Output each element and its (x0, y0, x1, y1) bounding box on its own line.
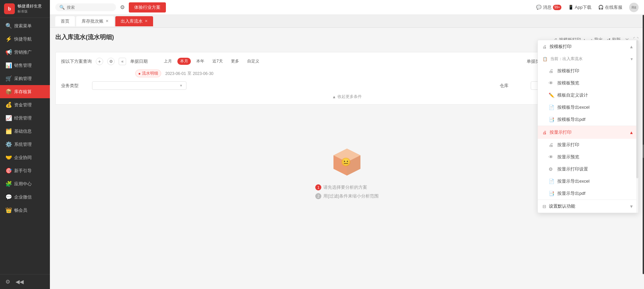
display-export-excel-item[interactable]: 📄 按显示导出excel (538, 175, 638, 187)
filter-add-button[interactable]: + (96, 58, 103, 65)
current-template-arrow: ▼ (630, 57, 634, 61)
tab-flow-close-icon[interactable]: ✕ (145, 19, 148, 23)
tab-batch-account[interactable]: 库存批次账 ✕ (76, 16, 114, 26)
sidebar-item-wechat[interactable]: 💬 企业微信 (0, 190, 50, 204)
crown-icon: 👑 (5, 207, 11, 213)
online-service-button[interactable]: 🎧 在线客服 (598, 4, 622, 10)
set-default-header[interactable]: ⊟ 设置默认功能 ▼ (538, 200, 638, 213)
empty-tip-1: 1 请先选择要分析的方案 (315, 184, 378, 190)
sidebar-label-purchase: 采购管理 (14, 76, 32, 82)
sidebar-item-quick-nav[interactable]: ⚡ 快捷导航 (0, 32, 50, 46)
template-print-item-label: 按模板打印 (557, 68, 579, 74)
sidebar-label-wechat: 企业微信 (14, 194, 32, 200)
date-from: 2023-06-01 (165, 71, 186, 76)
pdf-item-icon: 📑 (549, 117, 555, 122)
tip-number-1: 1 (315, 184, 321, 190)
current-template: 📋 当前：出入库流水 ▼ (538, 53, 638, 65)
search-topbar-icon: 🔍 (59, 5, 65, 10)
sidebar-label-marketing: 营销推广 (14, 49, 32, 55)
business-type-arrow: ▼ (179, 84, 183, 87)
display-export-pdf-item[interactable]: 📑 按显示导出pdf (538, 187, 638, 200)
user-avatar-button[interactable]: Rit (629, 3, 639, 12)
tab-flow[interactable]: 出入库流水 ✕ (115, 16, 153, 26)
date-label: 单据日期 (130, 58, 157, 64)
collapse-sidebar-icon[interactable]: ◀◀ (16, 279, 24, 285)
business-type-value (96, 83, 97, 88)
sidebar-item-system[interactable]: ⚙️ 系统管理 (0, 138, 50, 151)
template-print-header[interactable]: 🖨 按模板打印 ▲ (538, 40, 638, 53)
design-item-icon: ✏️ (549, 93, 555, 98)
display-preview-item[interactable]: 👁 按显示预览 (538, 151, 638, 163)
collapse-more-conditions[interactable]: ▲ 收起更多条件 (332, 94, 362, 100)
sidebar-item-apps[interactable]: 🧩 应用中心 (0, 177, 50, 190)
print-item-icon: 🖨 (549, 68, 555, 74)
filter-section-title: 按以下方案查询 (61, 58, 92, 64)
sidebar-item-member[interactable]: 👑 畅会员 (0, 204, 50, 217)
date-preset-7days[interactable]: 近7天 (210, 58, 226, 65)
page-content: 出入库流水(流水明细) 🖨 按模板打印 ▲ ↑ 导出 ↺ 刷新 ✕ ⛶ (50, 28, 644, 289)
template-print-item[interactable]: 🖨 按模板打印 (538, 65, 638, 77)
sidebar-label-inventory: 库存核算 (14, 89, 32, 95)
sidebar-item-basic[interactable]: 🗂️ 基础信息 (0, 125, 50, 138)
template-export-excel-item[interactable]: 📄 按模板导出excel (538, 101, 638, 113)
collapse-label: 收起更多条件 (338, 94, 362, 100)
empty-illustration: 😐 (330, 145, 364, 179)
business-type-select[interactable]: ▼ (92, 81, 186, 90)
app-download-button[interactable]: 📱 App下载 (568, 4, 591, 10)
topbar-gear-icon[interactable]: ⚙ (120, 4, 125, 10)
sidebar-label-apps: 应用中心 (14, 181, 32, 187)
sidebar-item-marketing[interactable]: 📢 营销推广 (0, 46, 50, 59)
display-print-item[interactable]: 🖨 按显示打印 (538, 139, 638, 151)
sidebar-item-search[interactable]: 🔍 搜索菜单 (0, 19, 50, 32)
template-custom-design-item[interactable]: ✏️ 模板自定义设计 (538, 89, 638, 101)
app-logo: b 畅捷通好生意 标准版 (0, 0, 50, 18)
sidebar-item-inventory[interactable]: 📦 库存核算 (0, 85, 50, 98)
industry-solution-button[interactable]: 体验行业方案 (129, 2, 166, 12)
lightning-icon: ⚡ (5, 36, 11, 42)
sidebar-item-purchase[interactable]: 🛒 采购管理 (0, 72, 50, 85)
logo-icon: b (4, 3, 15, 14)
display-print-section: 🖨 按显示打印 ▲ 🖨 按显示打印 👁 按显示预览 ⚙ 按显示打印设置 (538, 126, 638, 200)
display-print-settings-item[interactable]: ⚙ 按显示打印设置 (538, 163, 638, 175)
display-settings-icon: ⚙ (549, 166, 555, 172)
message-button[interactable]: 💬 消息 99+ (536, 4, 561, 10)
sidebar-label-sales: 销售管理 (14, 62, 32, 69)
money-icon: 💰 (5, 102, 11, 108)
template-preview-item[interactable]: 👁 按模板预览 (538, 77, 638, 89)
message-label: 消息 (543, 4, 552, 10)
logo-text-block: 畅捷通好生意 标准版 (18, 4, 42, 14)
current-template-label: 当前：出入库流水 (550, 56, 583, 62)
display-pdf-icon: 📑 (549, 191, 555, 196)
settings-footer-icon[interactable]: ⚙ (5, 279, 10, 285)
date-preset-this-year[interactable]: 本年 (194, 58, 207, 65)
sidebar-nav: 🔍 搜索菜单 ⚡ 快捷导航 📢 营销推广 📊 销售管理 🛒 采购管理 📦 库存核… (0, 18, 50, 274)
topbar-search-box[interactable]: 🔍 (55, 3, 116, 11)
filter-settings-button[interactable]: ⚙ (107, 58, 115, 65)
display-print-label: 按显示打印 (557, 142, 579, 148)
tab-batch-close-icon[interactable]: ✕ (106, 19, 109, 23)
sidebar-item-enterprise[interactable]: 🤝 企业协同 (0, 151, 50, 164)
message-icon: 💬 (536, 5, 541, 10)
date-preset-this-month[interactable]: 本月 (177, 58, 191, 65)
date-preset-custom[interactable]: 自定义 (244, 58, 262, 65)
template-export-pdf-item[interactable]: 📑 按模板导出pdf (538, 113, 638, 126)
print-dropdown-panel: 🖨 按模板打印 ▲ 📋 当前：出入库流水 ▼ 🖨 按模板打印 👁 (537, 40, 639, 213)
template-excel-label: 按模板导出excel (557, 104, 589, 110)
tab-home[interactable]: 首页 (55, 16, 75, 26)
date-preset-last-month[interactable]: 上月 (161, 58, 175, 65)
date-preset-more[interactable]: 更多 (228, 58, 242, 65)
gear-icon: ⚙️ (5, 141, 11, 148)
display-print-header[interactable]: 🖨 按显示打印 ▲ (538, 126, 638, 139)
search-input[interactable] (67, 5, 112, 10)
sidebar-label-enterprise: 企业协同 (14, 155, 32, 161)
sidebar-item-guide[interactable]: 🎯 新手引导 (0, 164, 50, 177)
tab-batch-label: 库存批次账 (82, 18, 104, 24)
sidebar-item-finance[interactable]: 💰 资金管理 (0, 98, 50, 111)
display-print-section-icon: 🖨 (543, 130, 547, 135)
filter-collapse-button[interactable]: « (119, 58, 126, 65)
sidebar-item-sales[interactable]: 📊 销售管理 (0, 59, 50, 72)
tab-home-label: 首页 (61, 18, 69, 24)
topbar: 🔍 ⚙ 体验行业方案 💬 消息 99+ 📱 App下载 🎧 在线客服 Rit (50, 0, 644, 15)
template-preview-label: 按模板预览 (557, 80, 579, 86)
sidebar-item-operation[interactable]: 📈 经营管理 (0, 111, 50, 125)
